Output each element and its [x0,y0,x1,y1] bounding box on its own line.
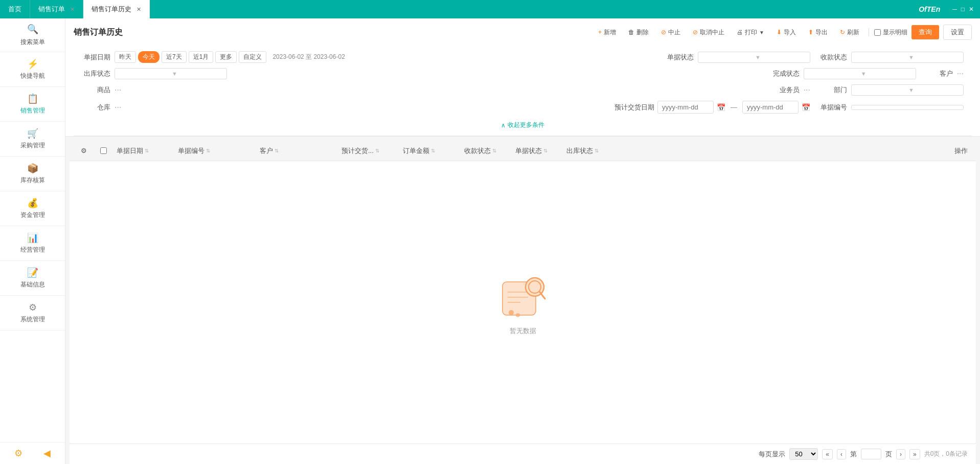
window-close-button[interactable]: ✕ [969,6,974,13]
sidebar-item-finance[interactable]: 💰 资金管理 [0,191,65,226]
doc-status-select[interactable]: ▼ [698,52,810,63]
complete-status-select[interactable]: ▼ [804,68,916,79]
dept-arrow: ▼ [908,87,959,93]
th-check[interactable] [94,147,112,154]
inventory-icon: 📦 [27,163,38,174]
product-input[interactable]: ··· [115,85,121,95]
sales-mgmt-icon: 📋 [27,93,38,104]
print-button[interactable]: 🖨 打印 ▼ [733,26,768,39]
th-doc-status[interactable]: 单据状态 ⇅ [511,146,562,156]
filter-ship-status-item: 出库状态 ▼ [82,68,227,79]
sidebar-item-inventory[interactable]: 📦 库存核算 [0,157,65,191]
current-page-input[interactable]: 1 [861,449,881,459]
last-page-button[interactable]: » [909,449,920,459]
th-customer[interactable]: 客户 ⇅ [256,146,337,156]
import-button[interactable]: ⬇ 导入 [772,26,800,39]
export-label: 导出 [815,28,828,37]
sidebar-purchase-label: 采购管理 [20,141,45,150]
page-size-select[interactable]: 20 50 100 [789,448,818,460]
sidebar-item-sales-mgmt[interactable]: 📋 销售管理 [0,87,65,122]
close-sales-history-tab[interactable]: ✕ [136,6,141,13]
cal-end-icon[interactable]: 📅 [802,103,810,112]
warehouse-input[interactable]: ··· [115,103,121,112]
sidebar-item-purchase-mgmt[interactable]: 🛒 采购管理 [0,122,65,157]
th-ops: 操作 [613,146,972,156]
th-number[interactable]: 单据编号 ⇅ [174,146,256,156]
delivery-start-input[interactable] [657,101,714,114]
sidebar-item-base-info[interactable]: 📝 基础信息 [0,261,65,296]
show-detail-input[interactable] [874,29,881,36]
th-number-label: 单据编号 [178,146,204,156]
first-page-button[interactable]: « [822,449,833,459]
th-settings[interactable]: ⚙ [74,147,94,154]
new-icon: + [598,29,602,36]
cal-start-icon[interactable]: 📅 [717,103,725,112]
top-bar-right: OfTEn ─ □ ✕ [910,5,980,13]
sidebar-item-quick-nav[interactable]: ⚡ 快捷导航 [0,52,65,87]
pagination: 每页显示 20 50 100 « ‹ 第 1 页 › » 共0页，0条记录 [70,444,976,464]
settings-button[interactable]: 设置 [943,25,972,40]
maximize-button[interactable]: □ [961,6,965,13]
sidebar-item-system[interactable]: ⚙ 系统管理 [0,296,65,330]
th-date[interactable]: 单据日期 ⇅ [112,146,174,156]
minimize-button[interactable]: ─ [952,6,957,13]
filter-row-2: 出库状态 ▼ 完成状态 ▼ 客户 [82,68,964,79]
tab-sales-order-label: 销售订单 [38,5,65,14]
quick-nav-icon: ⚡ [27,58,38,70]
date-btn-today[interactable]: 今天 [138,51,159,63]
cancel-stop-button[interactable]: ⊘ 取消中止 [689,26,728,39]
date-btn-more[interactable]: 更多 [215,51,237,63]
date-btn-1month[interactable]: 近1月 [189,51,214,63]
th-ship-status[interactable]: 出库状态 ⇅ [562,146,613,156]
salesperson-input[interactable]: ··· [804,85,810,95]
date-btn-custom[interactable]: 自定义 [239,51,266,63]
date-btn-yesterday[interactable]: 昨天 [115,51,136,63]
date-btn-7days[interactable]: 近7天 [162,51,187,63]
delivery-end-input[interactable] [742,101,799,114]
sidebar-settings-icon[interactable]: ⚙ [14,448,22,459]
th-delivery-label: 预计交货... [341,146,374,156]
filter-pay-status-item: 收款状态 ▼ [818,52,964,63]
filter-product-item: 商品 ··· [82,85,121,95]
tab-home-label: 首页 [8,5,21,14]
sidebar-item-operations[interactable]: 📊 经营管理 [0,226,65,261]
customer-input[interactable]: ··· [957,69,964,78]
select-all-checkbox[interactable] [100,147,107,154]
collapse-bar[interactable]: ∧ 收起更多条件 [82,119,964,130]
th-pay-status[interactable]: 收款状态 ⇅ [460,146,511,156]
warehouse-label: 仓库 [82,103,110,112]
th-delivery[interactable]: 预计交货... ⇅ [337,146,399,156]
sidebar-collapse-icon[interactable]: ◀ [43,448,51,459]
doc-number-input[interactable] [851,105,964,110]
sort-amount-icon: ⇅ [431,148,435,153]
delete-button[interactable]: 🗑 删除 [624,26,653,39]
search-icon: 🔍 [27,24,38,35]
sidebar-item-search-menu[interactable]: 🔍 搜索菜单 [0,18,65,52]
close-sales-order-tab[interactable]: ✕ [70,6,75,13]
export-button[interactable]: ⬆ 导出 [804,26,832,39]
filter-complete-status-item: 完成状态 ▼ [771,68,916,79]
new-button[interactable]: + 新增 [594,26,620,39]
sort-customer-icon: ⇅ [275,148,279,153]
next-page-button[interactable]: › [896,449,905,459]
tab-sales-order[interactable]: 销售订单 ✕ [30,0,83,18]
tab-home[interactable]: 首页 [0,0,30,18]
stop-button[interactable]: ⊘ 中止 [657,26,685,39]
tab-sales-history[interactable]: 销售订单历史 ✕ [83,0,150,18]
date-range-display: 2023-06-02 至 2023-06-02 [272,53,345,61]
th-amount[interactable]: 订单金额 ⇅ [399,146,460,156]
prev-page-button[interactable]: ‹ [837,449,846,459]
refresh-button[interactable]: ↻ 刷新 [836,26,863,39]
pay-status-select[interactable]: ▼ [851,52,964,63]
dept-label: 部门 [818,85,847,95]
settings-col-icon: ⚙ [81,147,87,154]
show-detail-checkbox[interactable]: 显示明细 [874,28,907,37]
ship-status-select[interactable]: ▼ [115,68,227,79]
content-area: 销售订单历史 + 新增 🗑 删除 ⊘ 中止 ⊘ [65,18,980,464]
query-button[interactable]: 查询 [911,25,939,39]
dept-select[interactable]: ▼ [851,84,964,96]
doc-number-label: 单据编号 [818,103,847,112]
complete-status-label: 完成状态 [771,69,800,78]
doc-status-arrow: ▼ [755,54,806,60]
base-info-icon: 📝 [27,267,38,278]
